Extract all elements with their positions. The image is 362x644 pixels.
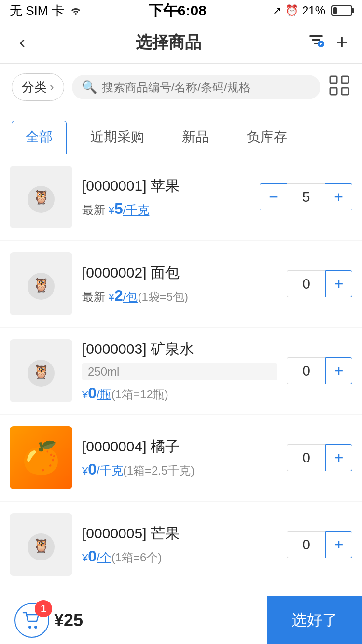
svg-rect-6 (330, 76, 337, 83)
cart-total: ¥25 (54, 610, 83, 630)
wifi-icon (69, 3, 83, 18)
svg-rect-8 (342, 76, 348, 83)
battery-icon (331, 5, 352, 16)
quantity-increase-button[interactable]: + (325, 357, 352, 384)
search-icon: 🔍 (82, 80, 97, 95)
status-bar: 无 SIM 卡 下午6:08 ↗ ⏰ 21% (0, 0, 362, 21)
list-item: 🦉 [0000002] 面包 最新 ¥2/包(1袋=5包) + (0, 241, 362, 327)
svg-rect-1 (312, 39, 320, 41)
list-item: 🦉 [0000003] 矿泉水 250ml ¥0/瓶(1箱=12瓶) + (0, 328, 362, 414)
quantity-control-0000004: + (287, 444, 352, 471)
quantity-increase-button[interactable]: + (325, 183, 352, 210)
product-price: 最新 ¥2/包(1袋=5包) (82, 287, 277, 305)
product-info-0000005: [0000005] 芒果 ¥0/个(1箱=6个) (82, 524, 277, 565)
search-input[interactable] (102, 81, 311, 94)
svg-text:🦉: 🦉 (33, 538, 50, 554)
category-label: 分类 (22, 79, 47, 96)
product-image-0000003: 🦉 (10, 339, 72, 402)
quantity-control-0000001: − + (260, 183, 352, 210)
alarm-icon: ⏰ (285, 4, 298, 17)
svg-point-23 (34, 626, 37, 629)
product-name: [0000004] 橘子 (82, 437, 277, 457)
quantity-increase-button[interactable]: + (325, 444, 352, 471)
search-input-wrap: 🔍 (72, 75, 320, 99)
product-image-0000002: 🦉 (10, 252, 72, 315)
quantity-input[interactable] (287, 531, 325, 558)
product-price: 最新 ¥5/千克 (82, 200, 250, 218)
svg-rect-9 (342, 88, 348, 95)
carrier-label: 无 SIM 卡 (10, 2, 64, 19)
product-image-0000001: 🦉 (10, 166, 72, 228)
bottom-bar: 1 ¥25 选好了 (0, 596, 362, 644)
chevron-right-icon: › (50, 80, 54, 95)
product-info-0000001: [0000001] 苹果 最新 ¥5/千克 (82, 176, 250, 218)
filter-icon[interactable] (307, 31, 325, 53)
product-info-0000004: [0000004] 橘子 ¥0/千克(1箱=2.5千克) (82, 437, 277, 478)
nav-actions: + (307, 31, 348, 53)
product-name: [0000001] 苹果 (82, 176, 250, 196)
svg-rect-0 (309, 35, 323, 37)
product-image-0000004: 🍊 (10, 426, 72, 489)
quantity-input[interactable] (287, 183, 325, 210)
svg-text:🦉: 🦉 (33, 364, 50, 380)
confirm-button[interactable]: 选好了 (267, 596, 362, 644)
scan-icon[interactable] (328, 74, 350, 100)
svg-rect-2 (314, 43, 318, 44)
product-info-0000003: [0000003] 矿泉水 250ml ¥0/瓶(1箱=12瓶) (82, 339, 277, 402)
quantity-input[interactable] (287, 444, 325, 471)
status-left: 无 SIM 卡 (10, 2, 83, 19)
battery-label: 21% (302, 4, 325, 17)
quantity-input[interactable] (287, 357, 325, 384)
status-time: 下午6:08 (149, 1, 207, 21)
tab-all[interactable]: 全部 (12, 121, 67, 154)
list-item: 🦉 [0000001] 苹果 最新 ¥5/千克 − + (0, 154, 362, 240)
svg-text:🦉: 🦉 (33, 189, 50, 205)
product-name: [0000002] 面包 (82, 263, 277, 283)
list-item: 🍊 [0000004] 橘子 ¥0/千克(1箱=2.5千克) + (0, 415, 362, 501)
search-bar: 分类 › 🔍 (0, 64, 362, 111)
quantity-increase-button[interactable]: + (325, 270, 352, 297)
status-right: ↗ ⏰ 21% (273, 4, 352, 17)
list-item: 🦉 [0000005] 芒果 ¥0/个(1箱=6个) + (0, 502, 362, 588)
svg-point-22 (28, 626, 31, 629)
quantity-input[interactable] (287, 270, 325, 297)
category-button[interactable]: 分类 › (12, 73, 64, 101)
page-title: 选择商品 (136, 31, 201, 54)
product-image-0000005: 🦉 (10, 513, 72, 576)
product-price: ¥0/个(1箱=6个) (82, 547, 277, 565)
tab-new[interactable]: 新品 (168, 121, 223, 154)
quantity-decrease-button[interactable]: − (260, 183, 287, 210)
product-info-0000002: [0000002] 面包 最新 ¥2/包(1袋=5包) (82, 263, 277, 305)
cart-badge: 1 (35, 600, 52, 617)
product-price: ¥0/瓶(1箱=12瓶) (82, 384, 277, 402)
product-list: 🦉 [0000001] 苹果 最新 ¥5/千克 − + 🦉 [0000002] … (0, 154, 362, 644)
cart-button[interactable]: 1 (14, 603, 49, 638)
back-button[interactable]: ‹ (14, 28, 30, 57)
product-name: [0000003] 矿泉水 (82, 339, 277, 359)
svg-text:🦉: 🦉 (33, 277, 50, 293)
location-icon: ↗ (273, 4, 281, 17)
product-price: ¥0/千克(1箱=2.5千克) (82, 461, 277, 478)
add-icon[interactable]: + (336, 31, 348, 53)
svg-rect-7 (330, 88, 337, 95)
product-spec: 250ml (82, 363, 277, 380)
tabs: 全部 近期采购 新品 负库存 (0, 111, 362, 154)
product-name: [0000005] 芒果 (82, 524, 277, 544)
quantity-control-0000003: + (287, 357, 352, 384)
quantity-control-0000002: + (287, 270, 352, 297)
cart-section: 1 ¥25 (0, 603, 97, 638)
tab-negative[interactable]: 负库存 (233, 121, 301, 154)
nav-bar: ‹ 选择商品 + (0, 21, 362, 64)
quantity-increase-button[interactable]: + (325, 531, 352, 558)
tab-recent[interactable]: 近期采购 (76, 121, 158, 154)
quantity-control-0000005: + (287, 531, 352, 558)
